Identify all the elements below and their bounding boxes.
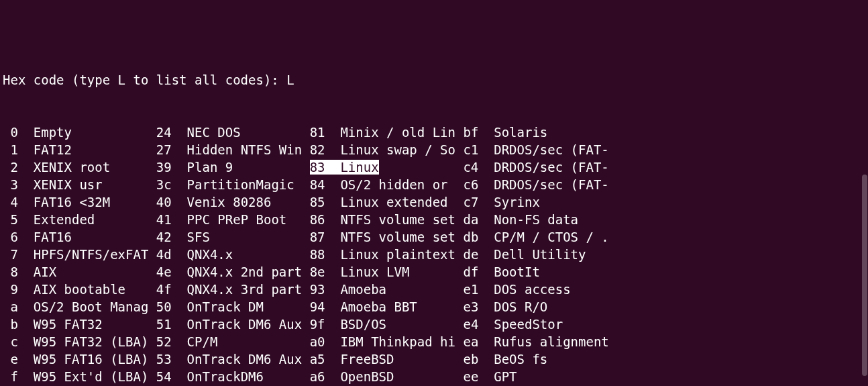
partition-type-code: 3: [3, 177, 18, 192]
partition-type-code: 1: [3, 142, 18, 157]
table-row: 4 FAT16 <32M 40 Venix 80286 85 Linux ext…: [3, 193, 865, 211]
partition-type-name: NEC DOS: [187, 125, 310, 140]
partition-type-code: 88: [310, 247, 325, 262]
partition-type-name: Plan 9: [187, 160, 310, 175]
partition-type-code: df: [463, 264, 478, 279]
scrollbar-thumb[interactable]: [862, 175, 867, 376]
partition-type-code: 8e: [310, 264, 325, 279]
table-row: 9 AIX bootable 4f QNX4.x 3rd part 93 Amo…: [3, 281, 865, 298]
partition-type-name: XENIX root: [34, 160, 156, 175]
partition-type-code: 5: [3, 212, 18, 227]
partition-type-name: DRDOS/sec (FAT-: [494, 177, 609, 192]
partition-type-code: 24: [156, 125, 172, 140]
partition-type-name: Amoeba BBT: [340, 299, 463, 314]
partition-type-code: 93: [310, 282, 325, 297]
partition-type-name: DRDOS/sec (FAT-: [494, 160, 609, 175]
partition-type-name: NTFS volume set: [340, 212, 463, 227]
partition-type-name: W95 FAT32 (LBA): [34, 334, 156, 349]
partition-type-name: W95 FAT32: [34, 317, 156, 332]
partition-type-code: ea: [463, 334, 478, 349]
partition-type-name: PartitionMagic: [187, 177, 310, 192]
table-row: 2 XENIX root 39 Plan 9 83 Linux c4 DRDOS…: [3, 158, 865, 176]
partition-type-name: AIX: [34, 264, 156, 279]
table-row: 8 AIX 4e QNX4.x 2nd part 8e Linux LVM df…: [3, 263, 865, 281]
partition-type-code: e4: [463, 317, 478, 332]
partition-type-name: AIX bootable: [34, 282, 156, 297]
partition-type-name: HPFS/NTFS/exFAT: [34, 247, 156, 262]
partition-type-name: Empty: [34, 125, 156, 140]
partition-type-name: IBM Thinkpad hi: [340, 334, 463, 349]
partition-type-code: eb: [463, 352, 478, 367]
partition-type-name: QNX4.x 3rd part: [187, 282, 310, 297]
hex-code-prompt-line: Hex code (type L to list all codes): L: [3, 71, 865, 89]
partition-type-name: Hidden NTFS Win: [187, 142, 310, 157]
partition-type-code: 94: [310, 299, 325, 314]
partition-type-code: c: [3, 334, 18, 349]
partition-type-name: W95 FAT16 (LBA): [34, 352, 156, 367]
partition-type-code: da: [463, 212, 478, 227]
partition-type-name: PPC PReP Boot: [187, 212, 310, 227]
partition-type-code: 4d: [156, 247, 172, 262]
partition-type-name: SFS: [187, 230, 310, 244]
partition-type-name: FreeBSD: [340, 352, 463, 367]
partition-type-name: OnTrack DM6 Aux: [187, 317, 310, 332]
partition-type-code: 39: [156, 160, 172, 175]
table-row: 5 Extended 41 PPC PReP Boot 86 NTFS volu…: [3, 211, 865, 228]
partition-type-code: 9: [3, 282, 18, 297]
partition-type-name: QNX4.x 2nd part: [187, 264, 310, 279]
partition-type-selected: 83 Linux: [310, 160, 379, 175]
partition-type-code: f: [3, 369, 18, 384]
hex-code-prompt-label: Hex code (type L to list all codes):: [3, 73, 286, 87]
partition-type-name: Dell Utility: [494, 247, 586, 262]
partition-type-name: W95 Ext'd (LBA): [34, 369, 156, 384]
partition-type-name: OS/2 hidden or: [340, 177, 463, 192]
partition-type-code: 6: [3, 230, 18, 244]
partition-type-code: a5: [310, 352, 325, 367]
table-row: c W95 FAT32 (LBA) 52 CP/M a0 IBM Thinkpa…: [3, 333, 865, 350]
partition-type-name: Linux LVM: [340, 264, 463, 279]
partition-type-code: a: [3, 299, 18, 314]
partition-type-code: 4f: [156, 282, 172, 297]
table-row: f W95 Ext'd (LBA) 54 OnTrackDM6 a6 OpenB…: [3, 368, 865, 385]
partition-type-name: Solaris: [494, 125, 547, 140]
partition-type-code: 9f: [310, 317, 325, 332]
partition-type-code: 40: [156, 195, 172, 209]
partition-type-name: OS/2 Boot Manag: [34, 299, 156, 314]
partition-type-name: FAT16: [34, 230, 156, 244]
partition-type-code: e: [3, 352, 18, 367]
partition-type-code: de: [463, 247, 478, 262]
partition-type-code: c4: [463, 160, 478, 175]
partition-type-name: GPT: [494, 369, 517, 384]
partition-type-name: Linux extended: [340, 195, 463, 209]
partition-type-name: SpeedStor: [494, 317, 563, 332]
partition-type-name: OnTrackDM6: [187, 369, 310, 384]
partition-type-name: BeOS fs: [494, 352, 547, 367]
partition-type-name: CP/M / CTOS / .: [494, 230, 609, 244]
table-row: 1 FAT12 27 Hidden NTFS Win 82 Linux swap…: [3, 141, 865, 158]
partition-type-name: Syrinx: [494, 195, 540, 209]
table-row: e W95 FAT16 (LBA) 53 OnTrack DM6 Aux a5 …: [3, 350, 865, 368]
partition-type-code: bf: [463, 125, 478, 140]
partition-type-code: 42: [156, 230, 172, 244]
partition-type-name: CP/M: [187, 334, 310, 349]
partition-type-code: 41: [156, 212, 172, 227]
table-row: 3 XENIX usr 3c PartitionMagic 84 OS/2 hi…: [3, 176, 865, 193]
partition-type-name: OnTrack DM: [187, 299, 310, 314]
partition-type-code: 4: [3, 195, 18, 209]
table-row: 0 Empty 24 NEC DOS 81 Minix / old Lin bf…: [3, 124, 865, 141]
partition-type-code: c1: [463, 142, 478, 157]
partition-type-name: OpenBSD: [340, 369, 463, 384]
partition-type-code: 51: [156, 317, 172, 332]
partition-type-code: 82: [310, 142, 325, 157]
partition-type-name: XENIX usr: [34, 177, 156, 192]
partition-type-name: Extended: [34, 212, 156, 227]
partition-type-table: 0 Empty 24 NEC DOS 81 Minix / old Lin bf…: [3, 124, 865, 386]
hex-code-input-value[interactable]: L: [286, 73, 294, 87]
partition-type-code: 54: [156, 369, 172, 384]
partition-type-code: 27: [156, 142, 172, 157]
partition-type-name: QNX4.x: [187, 247, 310, 262]
partition-type-code: 8: [3, 264, 18, 279]
table-row: a OS/2 Boot Manag 50 OnTrack DM 94 Amoeb…: [3, 298, 865, 316]
partition-type-name: NTFS volume set: [340, 230, 463, 244]
partition-type-name: BSD/OS: [340, 317, 463, 332]
